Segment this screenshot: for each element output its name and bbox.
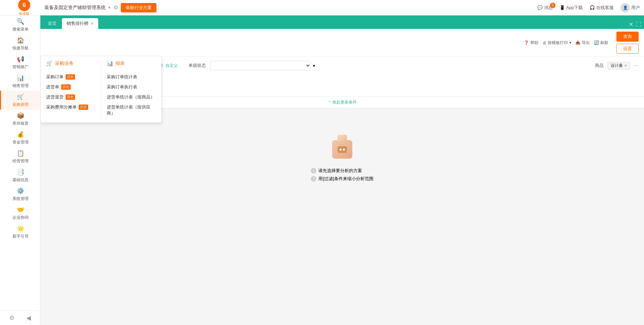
robot-screen (337, 146, 347, 153)
history-badge-3: 历史 (79, 105, 88, 110)
message-badge: 5 (550, 3, 556, 8)
cart-icon: 🛒 (17, 93, 24, 100)
doc-status-select[interactable] (210, 61, 311, 70)
purchase-order-stats-label: 采购订单统计表 (107, 74, 137, 80)
sidebar-item-label: 经营管理 (12, 158, 29, 164)
collapse-icon[interactable]: ◀ (26, 314, 31, 322)
message-btn[interactable]: 💬 消息 5 (537, 5, 553, 11)
sidebar-item-label: 企业协同 (12, 215, 29, 220)
app-download-label: App下载 (566, 5, 583, 11)
purchase-expense-label: 采购费用分摊单 (46, 104, 77, 110)
history-badge-1: 历史 (61, 84, 71, 90)
sidebar-item-enterprise[interactable]: 🤝 企业协同 (0, 204, 40, 222)
goods-more-btn[interactable]: ··· (634, 63, 639, 69)
search-icon: 🔍 (17, 18, 24, 25)
sidebar: 🔍 搜索菜单 🏠 快捷导航 📢 营销推广 📊 销售管理 🛒 采购管理 📦 库存核… (0, 15, 40, 325)
sidebar-item-sales[interactable]: 📊 销售管理 (0, 72, 40, 91)
dropdown-item-stock-return[interactable]: 进货退货 历史 (46, 92, 96, 102)
tab-sales-rank-label: 销售排行榜 (67, 21, 88, 27)
industry-btn[interactable]: 体验行业方案 (121, 3, 156, 12)
goods-tag-close[interactable]: ✕ (624, 64, 627, 68)
avatar: 👤 (620, 3, 630, 12)
goods-label: 商品 (595, 63, 604, 69)
sidebar-item-label: 库存核算 (12, 121, 29, 126)
handshake-icon: 🤝 (17, 206, 24, 213)
empty-tip-2: 2 用[过滤]条件来缩小分析范围 (311, 176, 373, 182)
header-right: 💬 消息 5 📱 App下载 🎧 在线客服 👤 用户 (537, 3, 640, 12)
doc-status-dropdown-icon: ▾ (313, 63, 315, 68)
export-btn[interactable]: 📤 导出 (575, 40, 590, 46)
dropdown-item-purchase-expense[interactable]: 采购费用分摊单 历史 (46, 102, 96, 112)
robot-body (332, 140, 352, 159)
dropdown-item-stockin-by-supplier[interactable]: 进货单统计表（按供应商） (107, 102, 156, 118)
set-btn[interactable]: 设置 (616, 44, 639, 54)
user-btn[interactable]: 👤 用户 (620, 3, 640, 12)
dropdown-item-purchase-order[interactable]: 采购订单 历史 (46, 72, 96, 82)
sidebar-item-label: 资金管理 (12, 139, 29, 145)
query-btn[interactable]: 查询 (616, 32, 639, 42)
sidebar-item-inventory[interactable]: 📦 库存核算 (0, 110, 40, 128)
robot-head (337, 135, 347, 141)
online-service-btn[interactable]: 🎧 在线客服 (589, 5, 614, 11)
print-btn[interactable]: 🖨 按模板打印 ▾ (542, 40, 571, 46)
refresh-btn[interactable]: 🔄 刷新 (594, 40, 608, 46)
refresh-icon: 🔄 (594, 40, 599, 45)
logo-area: 6 标准版 (4, 0, 44, 16)
money-icon: 💰 (17, 131, 24, 138)
purchase-order-exec-label: 采购订单执行表 (107, 84, 137, 90)
tab-close-icon[interactable]: ✕ (91, 22, 94, 26)
tab-home[interactable]: 首页 (43, 18, 61, 29)
dropdown-item-stockin-by-goods[interactable]: 进货单统计表（按商品） (107, 92, 156, 102)
history-badge-2: 历史 (66, 94, 75, 100)
quick-custom[interactable]: 自定义 (166, 63, 178, 69)
sidebar-item-operations[interactable]: 📋 经营管理 (0, 147, 40, 166)
sidebar-item-purchase[interactable]: 🛒 采购管理 (0, 91, 40, 110)
tab-sales-rank[interactable]: 销售排行榜 ✕ (62, 18, 98, 29)
sidebar-item-label: 新手引导 (12, 234, 29, 239)
sidebar-item-finance[interactable]: 💰 资金管理 (0, 128, 40, 147)
purchase-dropdown-menu: 🛒 采购业务 采购订单 历史 进货单 历史 进货退货 历史 (40, 56, 162, 123)
empty-illustration (325, 133, 359, 164)
user-label: 用户 (631, 5, 640, 11)
help-btn[interactable]: ❓ 帮助 (524, 40, 538, 46)
collapse-btn[interactable]: ⌃ 收起更多条件 (328, 99, 357, 105)
sidebar-item-label: 基础信息 (12, 177, 29, 183)
dropdown-col-purchase: 🛒 采购业务 采购订单 历史 进货单 历史 进货退货 历史 (41, 60, 101, 118)
dropdown-arrow-icon[interactable]: ▾ (108, 5, 111, 10)
dropdown-item-stock-in[interactable]: 进货单 历史 (46, 82, 96, 92)
dropdown-item-purchase-order-stats[interactable]: 采购订单统计表 (107, 72, 156, 82)
sidebar-item-label: 营销推广 (12, 64, 29, 70)
empty-tip-1-text: 请先选择要分析的方案 (318, 168, 362, 174)
sidebar-item-search[interactable]: 🔍 搜索菜单 (0, 15, 40, 34)
message-icon: 💬 (537, 5, 543, 10)
app-download-btn[interactable]: 📱 App下载 (560, 5, 583, 11)
clipboard-icon: 📋 (17, 150, 24, 157)
logo-icon: 6 (18, 0, 30, 11)
tab-bar-close-icon[interactable]: ✕ (629, 21, 633, 28)
star-icon: 🌟 (17, 225, 24, 232)
empty-tip-1: 1 请先选择要分析的方案 (311, 168, 373, 174)
tab-bar-right: ✕ ⛶ (629, 21, 641, 29)
phone-icon: 📱 (560, 5, 565, 10)
settings-icon[interactable]: ⚙ (113, 4, 118, 11)
print-dropdown-icon: ▾ (569, 40, 571, 45)
sidebar-item-label: 销售管理 (12, 83, 29, 89)
sidebar-item-guide[interactable]: 🌟 新手引导 (0, 222, 40, 241)
system-title: 装备及固定资产辅助管理系统 (44, 5, 106, 11)
print-icon: 🖨 (542, 40, 546, 45)
refresh-label: 刷新 (600, 40, 608, 46)
sidebar-item-label: 系统管理 (12, 196, 29, 202)
sidebar-item-basic[interactable]: 📑 基础信息 (0, 166, 40, 185)
settings-bottom-icon[interactable]: ⚙ (9, 314, 14, 322)
sidebar-item-label: 快捷导航 (12, 45, 29, 51)
export-label: 导出 (582, 40, 590, 46)
sidebar-item-marketing[interactable]: 📢 营销推广 (0, 53, 40, 72)
content-area: ❓ 帮助 🖨 按模板打印 ▾ 📤 导出 🔄 刷新 查询 设置 (40, 29, 644, 325)
dropdown-purchase-header: 🛒 采购业务 (46, 60, 96, 69)
purchase-section-title: 采购业务 (55, 60, 74, 67)
chart-icon: 📊 (17, 74, 24, 82)
tab-bar-expand-icon[interactable]: ⛶ (636, 22, 641, 28)
dropdown-item-purchase-order-exec[interactable]: 采购订单执行表 (107, 82, 156, 92)
sidebar-item-quick-nav[interactable]: 🏠 快捷导航 (0, 34, 40, 53)
sidebar-item-system[interactable]: ⚙️ 系统管理 (0, 185, 40, 204)
